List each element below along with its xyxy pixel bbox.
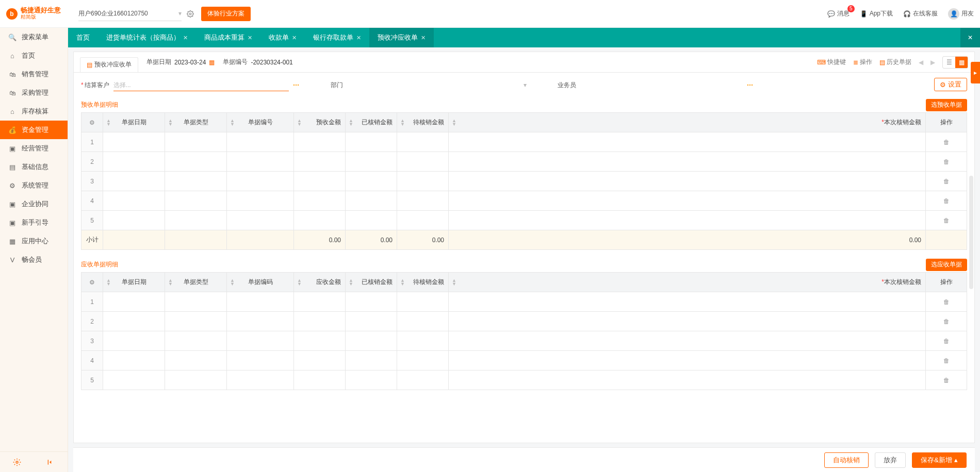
pick-receivable-button[interactable]: 选应收单据 <box>926 259 967 271</box>
pick-prepay-button[interactable]: 选预收单据 <box>926 99 967 111</box>
delete-row-icon[interactable]: 🗑 <box>943 377 950 384</box>
tab-0[interactable]: 首页 <box>68 28 98 47</box>
close-icon[interactable]: ✕ <box>356 35 361 41</box>
sort-icon[interactable]: ▲▼ <box>106 279 111 286</box>
table-row[interactable]: 4🗑 <box>81 351 967 370</box>
sidebar-item-0[interactable]: 🔍搜索菜单 <box>0 28 68 46</box>
tab-4[interactable]: 银行存取款单✕ <box>305 28 369 47</box>
sort-icon[interactable]: ▲▼ <box>297 279 302 286</box>
table-row[interactable]: 5🗑 <box>81 211 967 230</box>
document-icon: ▤ <box>87 61 92 69</box>
sidebar-item-10[interactable]: ▣新手引导 <box>0 213 68 232</box>
sidebar-item-4[interactable]: ⌂库存核算 <box>0 102 68 121</box>
scrollbar-thumb[interactable] <box>969 176 973 289</box>
sidebar-item-3[interactable]: 🛍采购管理 <box>0 83 68 102</box>
prev-record-icon[interactable]: ◀ <box>919 59 923 66</box>
table-row[interactable]: 3🗑 <box>81 331 967 351</box>
operate-link[interactable]: ≣操作 <box>853 58 872 66</box>
sort-icon[interactable]: ▲▼ <box>168 279 173 286</box>
save-new-button[interactable]: 保存&新增 ▴ <box>912 452 967 468</box>
calendar-icon[interactable]: ▦ <box>209 59 215 66</box>
company-settings-icon[interactable] <box>187 10 194 18</box>
delete-row-icon[interactable]: 🗑 <box>943 217 950 224</box>
sort-icon[interactable]: ▲▼ <box>400 119 405 126</box>
sidebar-settings-icon[interactable] <box>13 458 21 466</box>
vip-icon: V <box>8 256 17 264</box>
customer-picker-icon[interactable]: ⋯ <box>293 81 300 89</box>
sort-icon[interactable]: ▲▼ <box>349 279 353 286</box>
delete-row-icon[interactable]: 🗑 <box>943 338 950 345</box>
table-row[interactable]: 1🗑 <box>81 292 967 312</box>
delete-row-icon[interactable]: 🗑 <box>943 298 950 306</box>
sort-icon[interactable]: ▲▼ <box>452 119 456 126</box>
delete-row-icon[interactable]: 🗑 <box>943 139 950 146</box>
delete-row-icon[interactable]: 🗑 <box>943 178 950 185</box>
user-menu[interactable]: 👤 用友 <box>948 8 974 20</box>
table-row[interactable]: 2🗑 <box>81 152 967 172</box>
close-icon[interactable]: ✕ <box>183 35 188 41</box>
sidebar-item-6[interactable]: ▣经营管理 <box>0 139 68 158</box>
column-settings-icon[interactable]: ⚙ <box>89 279 95 286</box>
section2-title: 应收单据明细 <box>81 260 118 269</box>
sort-icon[interactable]: ▲▼ <box>230 119 235 126</box>
close-all-tabs[interactable]: ✕ <box>960 28 980 47</box>
view-compact[interactable]: ☰ <box>943 57 955 68</box>
sidebar-item-12[interactable]: V畅会员 <box>0 250 68 269</box>
sort-icon[interactable]: ▲▼ <box>168 119 173 126</box>
close-icon[interactable]: ✕ <box>292 35 297 41</box>
dept-chevron-down-icon[interactable]: ▾ <box>524 81 527 89</box>
sales-picker-icon[interactable]: ⋯ <box>747 81 754 89</box>
tab-1[interactable]: 进货单统计表（按商品）✕ <box>98 28 196 47</box>
sort-icon[interactable]: ▲▼ <box>452 279 456 286</box>
tab-5[interactable]: 预收冲应收单✕ <box>369 28 434 47</box>
sidebar-item-9[interactable]: ▣企业协同 <box>0 195 68 213</box>
dept-field: 部门 ▾ <box>331 81 527 90</box>
table-row[interactable]: 2🗑 <box>81 312 967 331</box>
column-settings-icon[interactable]: ⚙ <box>89 119 95 126</box>
close-icon[interactable]: ✕ <box>248 35 252 41</box>
document-tab[interactable]: ▤ 预收冲应收单 <box>80 57 138 73</box>
sidebar-item-11[interactable]: ▦应用中心 <box>0 232 68 250</box>
company-select[interactable]: 用户690企业1660120750 ▾ <box>78 7 182 21</box>
next-record-icon[interactable]: ▶ <box>930 59 935 66</box>
support-link[interactable]: 🎧 在线客服 <box>903 9 938 18</box>
delete-row-icon[interactable]: 🗑 <box>943 357 950 364</box>
sidebar-item-1[interactable]: ⌂首页 <box>0 46 68 65</box>
side-rail-toggle[interactable]: ▸ <box>971 62 980 83</box>
subtotal-row: 小计0.000.000.000.00 <box>81 230 967 250</box>
sidebar-item-2[interactable]: 🛍销售管理 <box>0 65 68 83</box>
delete-row-icon[interactable]: 🗑 <box>943 197 950 205</box>
sidebar-item-8[interactable]: ⚙系统管理 <box>0 176 68 195</box>
brand-edition: 精简版 <box>21 13 61 21</box>
auto-writeoff-button[interactable]: 自动核销 <box>824 452 869 468</box>
tab-3[interactable]: 收款单✕ <box>260 28 305 47</box>
table-row[interactable]: 5🗑 <box>81 370 967 390</box>
sidebar-item-label: 采购管理 <box>22 88 48 97</box>
close-icon[interactable]: ✕ <box>421 35 426 41</box>
delete-row-icon[interactable]: 🗑 <box>943 318 950 325</box>
delete-row-icon[interactable]: 🗑 <box>943 158 950 165</box>
history-link[interactable]: ▤历史单据 <box>879 58 911 66</box>
sort-icon[interactable]: ▲▼ <box>349 119 353 126</box>
messages-link[interactable]: 💬 消息 5 <box>827 9 850 18</box>
form-settings-button[interactable]: ⚙ 设置 <box>934 78 967 91</box>
sort-icon[interactable]: ▲▼ <box>230 279 235 286</box>
view-detail[interactable]: ▦ <box>955 57 968 68</box>
sort-icon[interactable]: ▲▼ <box>400 279 405 286</box>
experience-button[interactable]: 体验行业方案 <box>201 7 251 21</box>
tab-2[interactable]: 商品成本重算✕ <box>196 28 260 47</box>
shortcut-link[interactable]: ⌨快捷键 <box>817 58 846 66</box>
app-download-link[interactable]: 📱 App下载 <box>860 9 893 18</box>
table-row[interactable]: 3🗑 <box>81 172 967 191</box>
sidebar-item-label: 库存核算 <box>22 107 48 116</box>
table-row[interactable]: 1🗑 <box>81 132 967 152</box>
discard-button[interactable]: 放弃 <box>875 452 906 468</box>
customer-input[interactable] <box>113 79 289 91</box>
sidebar-item-5[interactable]: 💰资金管理 <box>0 121 68 139</box>
sort-icon[interactable]: ▲▼ <box>106 119 111 126</box>
sort-icon[interactable]: ▲▼ <box>297 119 302 126</box>
customer-field: *结算客户 ⋯ <box>81 79 300 91</box>
sidebar-item-7[interactable]: ▤基础信息 <box>0 158 68 176</box>
sidebar-collapse-icon[interactable] <box>46 458 55 466</box>
table-row[interactable]: 4🗑 <box>81 191 967 211</box>
